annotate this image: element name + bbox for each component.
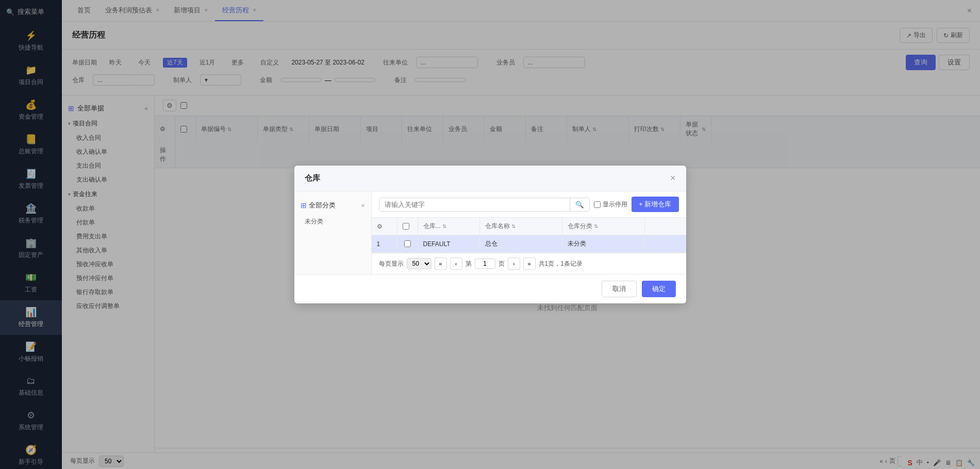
dialog-last-page[interactable]: » [523, 257, 536, 270]
show-disabled-text: 显示停用 [603, 200, 627, 209]
dialog-grid-icon: ⊞ [301, 201, 307, 209]
d-sort-category-icon[interactable]: ⇅ [594, 223, 598, 229]
dialog-page-input[interactable] [475, 258, 495, 269]
d-th-checkbox [397, 218, 418, 235]
dialog-close-btn[interactable]: × [670, 173, 676, 184]
d-sort-code-icon[interactable]: ⇅ [442, 223, 446, 229]
dialog-toolbar: 🔍 显示停用 + 新增仓库 [372, 191, 686, 218]
d-th-code-label: 仓库... [423, 222, 441, 231]
dialog-page-label: 页 [499, 260, 505, 268]
dialog-total-label: 共1页，1条记录 [539, 260, 583, 268]
dialog-table-row[interactable]: 1 DEFAULT 总仓 未分类 [372, 235, 686, 253]
d-row-num: 1 [377, 240, 380, 248]
dialog-first-page[interactable]: « [435, 257, 447, 270]
dialog-next-page[interactable]: › [508, 257, 520, 270]
dialog-search-btn[interactable]: 🔍 [570, 198, 589, 211]
d-settings-icon: ⚙ [377, 223, 383, 230]
dialog-per-page-select[interactable]: 50 [407, 258, 431, 269]
d-row-code: DEFAULT [423, 240, 451, 248]
dialog-overlay: 仓库 × ⊞ 全部分类 « 未分类 [0, 0, 980, 469]
dialog-left-panel: ⊞ 全部分类 « 未分类 [294, 191, 372, 274]
dialog-page-prefix: 第 [466, 260, 472, 268]
warehouse-dialog: 仓库 × ⊞ 全部分类 « 未分类 [294, 166, 686, 303]
d-header-checkbox[interactable] [403, 223, 409, 230]
d-td-code: DEFAULT [418, 235, 480, 252]
confirm-button[interactable]: 确定 [642, 281, 676, 297]
d-td-category: 未分类 [562, 235, 645, 252]
dialog-prev-page[interactable]: ‹ [450, 257, 462, 270]
d-th-name: 仓库名称 ⇅ [480, 218, 562, 235]
dialog-search-input[interactable] [379, 198, 570, 211]
dialog-left-header[interactable]: ⊞ 全部分类 « [294, 197, 371, 214]
dialog-pagination: 每页显示 50 « ‹ 第 页 › » 共1页，1条记录 [372, 253, 686, 274]
d-th-num: ⚙ [372, 218, 397, 235]
d-row-category: 未分类 [568, 239, 586, 248]
d-th-name-label: 仓库名称 [485, 222, 510, 231]
dialog-right-panel: 🔍 显示停用 + 新增仓库 ⚙ [372, 191, 686, 274]
dialog-category-unclassified-label: 未分类 [305, 218, 323, 225]
d-th-category-label: 仓库分类 [568, 222, 592, 231]
dialog-footer: 取消 确定 [294, 274, 686, 303]
dialog-per-page-label: 每页显示 [379, 260, 404, 268]
d-th-category: 仓库分类 ⇅ [562, 218, 645, 235]
d-td-num: 1 [372, 235, 397, 252]
dialog-table: ⚙ 仓库... ⇅ 仓库名称 ⇅ [372, 218, 686, 253]
cancel-button[interactable]: 取消 [602, 281, 637, 297]
d-td-checkbox [397, 235, 418, 252]
add-warehouse-btn[interactable]: + 新增仓库 [632, 197, 678, 212]
d-row-checkbox[interactable] [404, 240, 411, 247]
dialog-all-categories-label: 全部分类 [309, 201, 336, 210]
show-disabled-checkbox[interactable] [594, 201, 601, 208]
d-td-name: 总仓 [480, 235, 562, 252]
d-th-code: 仓库... ⇅ [418, 218, 480, 235]
dialog-header: 仓库 × [294, 166, 686, 191]
dialog-body: ⊞ 全部分类 « 未分类 🔍 显示停用 [294, 191, 686, 274]
dialog-table-header: ⚙ 仓库... ⇅ 仓库名称 ⇅ [372, 218, 686, 235]
show-disabled-label[interactable]: 显示停用 [594, 200, 627, 209]
dialog-category-unclassified[interactable]: 未分类 [294, 214, 371, 229]
dialog-search-box: 🔍 [379, 198, 590, 212]
dialog-title: 仓库 [305, 173, 670, 183]
d-sort-name-icon[interactable]: ⇅ [511, 223, 516, 229]
d-row-name: 总仓 [485, 239, 497, 248]
dialog-collapse-icon[interactable]: « [361, 202, 365, 209]
